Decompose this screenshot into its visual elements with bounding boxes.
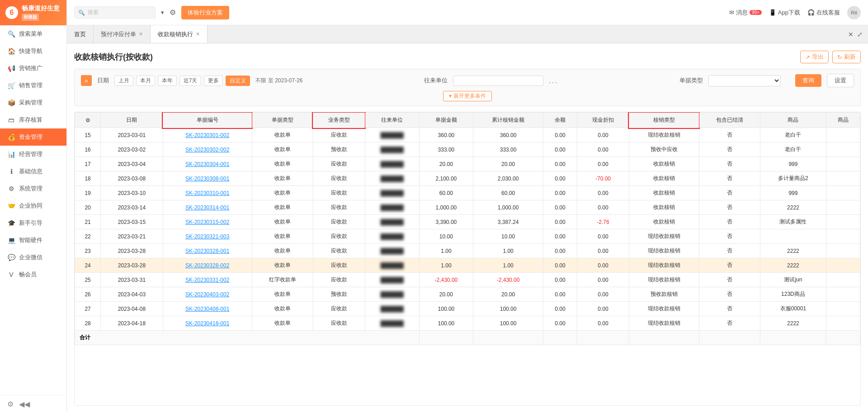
tab-payable[interactable]: 预付冲应付单 ✕ [94, 25, 151, 43]
cell-biz-type: 应收款 [313, 316, 365, 331]
cell-doc-no[interactable]: SK-20230328-002 [163, 258, 252, 273]
cell-included: 否 [699, 142, 760, 157]
user-avatar[interactable]: Rit [847, 6, 861, 19]
cell-goods1 [760, 229, 826, 244]
settings-filter-button[interactable]: 设置 [827, 74, 854, 87]
query-button[interactable]: 查询 [795, 74, 821, 87]
sidebar-item-purchase[interactable]: 📦 采购管理 [0, 94, 66, 111]
topbar-gear-icon[interactable]: ⚙ [170, 8, 176, 17]
cell-balance: 0.00 [543, 287, 577, 302]
footer-label: 合计 [75, 331, 420, 345]
refresh-button[interactable]: ↻ 刷新 [832, 51, 861, 63]
date-this-month-btn[interactable]: 本月 [136, 76, 155, 86]
collapse-icon[interactable]: ◀◀ [19, 400, 30, 408]
solution-button[interactable]: 体验行业方案 [181, 6, 229, 19]
doc-type-filter-select[interactable] [708, 75, 781, 86]
sidebar-item-quicknav[interactable]: 🏠 快捷导航 [0, 43, 66, 60]
date-more-btn[interactable]: 更多 [204, 76, 223, 86]
sidebar-logo: 6 畅康道好生意 标推版 [0, 0, 66, 25]
sidebar-item-member[interactable]: V 畅会员 [0, 266, 66, 283]
sidebar-item-wechat[interactable]: 💬 企业微信 [0, 249, 66, 266]
sidebar-item-ops[interactable]: 📊 经营管理 [0, 146, 66, 163]
cell-goods1: 多计量商品2 [760, 171, 826, 186]
cell-balance: 0.00 [543, 302, 577, 316]
settings-icon[interactable]: ⚙ [7, 400, 14, 408]
app-download-action[interactable]: 📱 App下载 [769, 9, 800, 17]
date-last-month-btn[interactable]: 上月 [114, 76, 133, 86]
dropdown-arrow-icon[interactable]: ▾ [161, 9, 164, 16]
cell-doc-no[interactable]: SK-20230315-002 [163, 215, 252, 229]
cell-doc-no[interactable]: SK-20230331-002 [163, 273, 252, 287]
cell-doc-type: 收款单 [252, 186, 313, 200]
cell-goods2 [826, 200, 860, 215]
sidebar-item-inventory[interactable]: 🗃 库存核算 [0, 111, 66, 128]
sidebar-item-search[interactable]: 🔍 搜索菜单 [0, 25, 66, 43]
cell-partner: ██████ [365, 142, 419, 157]
cell-date: 2023-03-28 [101, 258, 163, 273]
cell-doc-no[interactable]: SK-20230314-001 [163, 200, 252, 215]
cell-included: 否 [699, 316, 760, 331]
cell-num: 27 [75, 302, 101, 316]
cell-balance: 0.00 [543, 142, 577, 157]
cell-balance: 0.00 [543, 128, 577, 142]
sidebar-item-guide[interactable]: 🎓 新手引导 [0, 214, 66, 232]
close-window-icon[interactable]: ✕ [848, 31, 854, 38]
cell-discount: -2.76 [577, 215, 629, 229]
cell-included: 否 [699, 273, 760, 287]
cell-partner: ██████ [365, 186, 419, 200]
tab-home[interactable]: 首页 [67, 25, 94, 43]
cell-goods1: 测试多属性 [760, 215, 826, 229]
cell-biz-type: 预收款 [313, 142, 365, 157]
sidebar-item-system[interactable]: ⚙ 系统管理 [0, 180, 66, 197]
sidebar-item-sales[interactable]: 🛒 销售管理 [0, 77, 66, 94]
cell-doc-no[interactable]: SK-20230328-001 [163, 244, 252, 258]
partner-filter-input[interactable] [453, 76, 543, 86]
cell-amount: 360.00 [419, 128, 473, 142]
footer-included [699, 331, 760, 345]
sidebar-item-basic[interactable]: ℹ 基础信息 [0, 163, 66, 180]
expand-conditions-btn[interactable]: ▾ 展开更多条件 [443, 91, 491, 101]
cell-doc-no[interactable]: SK-20230418-001 [163, 316, 252, 331]
page-header-actions: ↗ 导出 ↻ 刷新 [800, 51, 861, 63]
export-button[interactable]: ↗ 导出 [800, 51, 829, 63]
cell-doc-no[interactable]: SK-20230301-002 [163, 128, 252, 142]
topbar-search[interactable]: 🔍 搜索 [74, 6, 156, 19]
date-custom-btn[interactable]: 自定义 [226, 76, 250, 86]
col-settings[interactable]: ⚙ [75, 113, 101, 128]
table-row: 212023-03-15SK-20230315-002收款单应收款██████3… [75, 215, 860, 229]
sidebar: 6 畅康道好生意 标推版 🔍 搜索菜单 🏠 快捷导航 📢 营销推广 🛒 销售管理… [0, 0, 67, 413]
tab-close-payable[interactable]: ✕ [139, 31, 143, 37]
system-icon: ⚙ [7, 185, 15, 192]
sidebar-item-corp[interactable]: 🤝 企业协同 [0, 197, 66, 214]
message-icon: ✉ [729, 9, 734, 16]
cell-discount: 0.00 [577, 258, 629, 273]
cell-doc-no[interactable]: SK-20230310-001 [163, 186, 252, 200]
tab-collection[interactable]: 收款核销执行 ✕ [151, 25, 208, 43]
cell-doc-no[interactable]: SK-20230308-001 [163, 171, 252, 186]
basic-icon: ℹ [7, 168, 15, 175]
sidebar-item-marketing[interactable]: 📢 营销推广 [0, 60, 66, 77]
cell-doc-no[interactable]: SK-20230304-001 [163, 157, 252, 171]
message-action[interactable]: ✉ 消息 99+ [729, 9, 762, 17]
date-7days-btn[interactable]: 近7天 [179, 76, 202, 86]
cell-doc-no[interactable]: SK-20230321-003 [163, 229, 252, 244]
cell-verify-type: 现结收款核销 [629, 244, 699, 258]
cell-verify-type: 收款核销 [629, 157, 699, 171]
cell-verify-type: 预收款核销 [629, 287, 699, 302]
cell-doc-no[interactable]: SK-20230408-001 [163, 302, 252, 316]
tab-close-collection[interactable]: ✕ [196, 31, 200, 37]
cell-doc-no[interactable]: SK-20230302-002 [163, 142, 252, 157]
sidebar-item-hardware[interactable]: 💻 智能硬件 [0, 232, 66, 249]
cell-doc-no[interactable]: SK-20230403-002 [163, 287, 252, 302]
cell-doc-type: 收款单 [252, 157, 313, 171]
online-service-action[interactable]: 🎧 在线客服 [807, 9, 840, 17]
expand-window-icon[interactable]: ⤢ [857, 31, 863, 38]
filter-toggle-btn[interactable]: » [81, 75, 92, 86]
home-icon: 🏠 [7, 47, 15, 55]
date-this-year-btn[interactable]: 本年 [158, 76, 177, 86]
sidebar-item-finance[interactable]: 💰 资金管理 [0, 128, 66, 146]
data-table-container[interactable]: ⚙ 日期 单据编号 单据类型 业务类型 往来单位 单据金额 累计核销金额 余额 … [74, 112, 861, 406]
ops-icon: 📊 [7, 151, 15, 158]
cell-goods1: 2222 [760, 316, 826, 331]
corp-icon: 🤝 [7, 202, 15, 209]
